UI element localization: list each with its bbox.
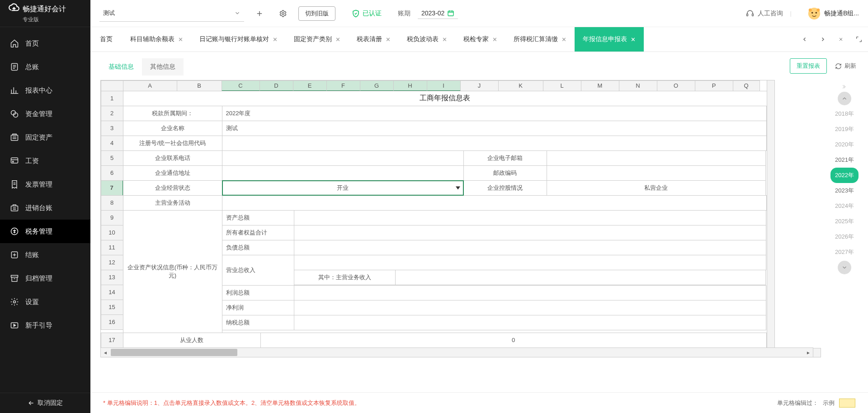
cell[interactable] — [294, 240, 766, 255]
cell[interactable] — [294, 225, 766, 240]
row-header-10[interactable]: 10 — [101, 225, 123, 240]
vertical-scrollbar[interactable] — [767, 80, 775, 348]
col-header-Q[interactable]: Q — [733, 80, 760, 91]
tab-close-icon[interactable]: ✕ — [386, 36, 391, 43]
year-2024年[interactable]: 2024年 — [830, 198, 859, 214]
row-header-17[interactable]: 17 — [101, 333, 123, 348]
tab-close-icon[interactable]: ✕ — [335, 36, 340, 43]
cell[interactable] — [222, 165, 464, 181]
cell[interactable]: 纳税总额 — [222, 315, 294, 330]
cell[interactable]: 注册号/统一社会信用代码 — [123, 136, 222, 151]
cell[interactable] — [294, 315, 766, 330]
col-header-D[interactable]: D — [259, 80, 293, 91]
cell[interactable]: 负债总额 — [222, 240, 294, 255]
row-header-16[interactable]: 16 — [101, 314, 123, 330]
year-2027年[interactable]: 2027年 — [830, 244, 859, 260]
reset-report-button[interactable]: 重置报表 — [790, 58, 827, 74]
scroll-left-icon[interactable]: ◄ — [101, 348, 110, 357]
year-2025年[interactable]: 2025年 — [830, 214, 859, 229]
unpin-button[interactable]: 取消固定 — [0, 393, 90, 413]
sidebar-item-3[interactable]: 资金管理 — [0, 102, 90, 126]
col-header-L[interactable]: L — [543, 80, 581, 91]
cell[interactable]: 净利润 — [222, 300, 294, 315]
sidebar-item-10[interactable]: 归档管理 — [0, 267, 90, 290]
col-header-M[interactable]: M — [581, 80, 619, 91]
col-header-B[interactable]: B — [177, 80, 222, 91]
horizontal-scrollbar[interactable]: ◄ ► — [100, 347, 813, 357]
row-header-3[interactable]: 3 — [101, 121, 123, 136]
cell[interactable] — [294, 210, 766, 225]
tab-6[interactable]: 所得税汇算清缴✕ — [505, 27, 575, 52]
sidebar-item-9[interactable]: 结账 — [0, 243, 90, 267]
sidebar-item-11[interactable]: 设置 — [0, 290, 90, 314]
cell[interactable]: 利润总额 — [222, 285, 294, 300]
col-header-O[interactable]: O — [657, 80, 695, 91]
tab-scroll-right[interactable] — [814, 27, 832, 52]
row-header-11[interactable]: 11 — [101, 240, 123, 255]
col-header-I[interactable]: I — [427, 80, 461, 91]
settings-button[interactable] — [275, 5, 291, 22]
year-2020年[interactable]: 2020年 — [830, 137, 859, 152]
row-header-15[interactable]: 15 — [101, 300, 123, 315]
sidebar-item-4[interactable]: 固定资产 — [0, 126, 90, 149]
scrollbar-thumb[interactable] — [111, 349, 237, 356]
tab-scroll-left[interactable] — [796, 27, 814, 52]
cell[interactable]: 0 — [260, 333, 767, 348]
refresh-button[interactable]: 刷新 — [835, 62, 856, 70]
cell[interactable]: 企业电子邮箱 — [463, 150, 547, 166]
year-2021年[interactable]: 2021年 — [830, 152, 859, 168]
subtab-other[interactable]: 其他信息 — [142, 58, 184, 75]
tab-close-icon[interactable]: ✕ — [631, 36, 636, 43]
cell[interactable]: 其中：主营业务收入 — [294, 270, 396, 285]
tab-4[interactable]: 税负波动表✕ — [399, 27, 455, 52]
sidebar-item-8[interactable]: 税务管理 — [0, 220, 90, 243]
tab-close-icon[interactable]: ✕ — [492, 36, 497, 43]
row-header-12[interactable]: 12 — [101, 255, 123, 270]
tab-close-icon[interactable]: ✕ — [561, 36, 566, 43]
sidebar-item-12[interactable]: 新手引导 — [0, 314, 90, 337]
tab-close-all[interactable] — [832, 27, 850, 52]
cell[interactable]: 企业名称 — [123, 121, 222, 136]
tab-7[interactable]: 年报信息申报表✕ — [575, 27, 644, 52]
row-header-1[interactable]: 1 — [101, 91, 123, 106]
tab-1[interactable]: 日记账与银行对账单核对✕ — [191, 27, 286, 52]
year-2019年[interactable]: 2019年 — [830, 122, 859, 137]
year-up[interactable] — [838, 92, 851, 105]
subtab-basic[interactable]: 基础信息 — [100, 58, 142, 75]
cell[interactable] — [547, 165, 766, 181]
row-header-2[interactable]: 2 — [101, 106, 123, 121]
period-picker[interactable]: 2023-02 — [418, 8, 458, 19]
year-2026年[interactable]: 2026年 — [830, 229, 859, 244]
row-header-4[interactable]: 4 — [101, 136, 123, 151]
switch-old-button[interactable]: 切到旧版 — [298, 6, 335, 21]
cell[interactable] — [222, 195, 767, 211]
cell[interactable] — [222, 136, 767, 151]
cell[interactable]: 工商年报信息表 — [123, 91, 767, 106]
user-menu[interactable]: 畅捷通B组... — [808, 7, 859, 20]
row-header-9[interactable]: 9 — [101, 210, 123, 225]
cell[interactable]: 企业控股情况 — [463, 180, 547, 196]
tab-0[interactable]: 科目辅助余额表✕ — [122, 27, 191, 52]
asset-block-label[interactable]: 企业资产状况信息(币种：人民币万元) — [123, 210, 222, 333]
year-2023年[interactable]: 2023年 — [830, 183, 859, 198]
cell[interactable]: 营业总收入 — [222, 255, 294, 286]
cell[interactable] — [294, 300, 766, 315]
cell[interactable]: 主营业务活动 — [123, 195, 222, 211]
sidebar-item-0[interactable]: 首页 — [0, 32, 90, 55]
col-header-P[interactable]: P — [695, 80, 733, 91]
sidebar-item-7[interactable]: 进销台账 — [0, 196, 90, 220]
sidebar-item-2[interactable]: 报表中心 — [0, 79, 90, 102]
cell[interactable]: 企业联系电话 — [123, 150, 222, 166]
add-button[interactable] — [251, 5, 268, 22]
col-header-A[interactable]: A — [123, 80, 177, 91]
spreadsheet[interactable]: ABCDEFGHIJKLMNOPQ1工商年报信息表2税款所属期间：2022年度3… — [100, 80, 767, 348]
sidebar-item-5[interactable]: 工资 — [0, 149, 90, 173]
cell[interactable]: 从业人数 — [123, 333, 261, 348]
tab-home[interactable]: 首页 — [90, 27, 122, 52]
tab-5[interactable]: 税检专家✕ — [455, 27, 505, 52]
cell[interactable]: 测试 — [222, 121, 767, 136]
col-header-N[interactable]: N — [619, 80, 657, 91]
cell[interactable] — [294, 285, 766, 300]
col-header-K[interactable]: K — [498, 80, 543, 91]
corner-cell[interactable] — [101, 80, 123, 91]
